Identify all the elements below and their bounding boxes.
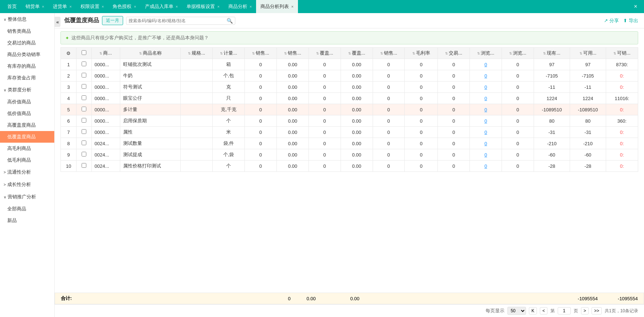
- sidebar-section-cluster[interactable]: ∨ 类群度分析: [0, 84, 54, 96]
- col-sales-qty[interactable]: ⇅销售...: [245, 48, 277, 59]
- row-browse1[interactable]: 0: [470, 115, 502, 127]
- row-browse1[interactable]: 0: [470, 59, 502, 70]
- nav-close-purchase[interactable]: ×: [68, 4, 71, 9]
- sidebar-item-category-rate[interactable]: 商品分类动销率: [0, 49, 54, 60]
- row-checkbox[interactable]: [76, 115, 91, 127]
- row-checkbox[interactable]: [76, 161, 91, 172]
- sidebar-item-high-coverage[interactable]: 高覆盖度商品: [0, 119, 54, 131]
- col-sales3[interactable]: ⇅销售...: [373, 48, 405, 59]
- nav-item-product[interactable]: 产成品入库单 ×: [141, 0, 182, 13]
- table-container[interactable]: ⚙ ⇅商... ⇅商品名称 ⇅规格... ⇅计量... ⇅销售... ⇅销售..…: [60, 47, 638, 293]
- search-input[interactable]: [129, 18, 227, 23]
- row-select-checkbox[interactable]: [82, 95, 86, 100]
- row-select-checkbox[interactable]: [82, 107, 86, 111]
- sidebar-item-low-coverage[interactable]: 低覆盖度商品: [0, 131, 54, 143]
- nav-item-permission[interactable]: 权限设置 ×: [76, 0, 108, 13]
- sidebar-item-low-margin[interactable]: 低毛利商品: [0, 154, 54, 166]
- row-checkbox[interactable]: [76, 82, 91, 93]
- row-checkbox[interactable]: [76, 127, 91, 138]
- row-checkbox[interactable]: [76, 149, 91, 161]
- nav-close-permission[interactable]: ×: [101, 4, 104, 9]
- row-stock-available: -1089510: [570, 104, 606, 115]
- sidebar-item-low-value[interactable]: 低价值商品: [0, 108, 54, 119]
- row-browse1[interactable]: 0: [470, 93, 502, 104]
- row-select-checkbox[interactable]: [82, 62, 86, 66]
- last-page-button[interactable]: >>: [592, 307, 602, 314]
- select-all-checkbox[interactable]: [82, 50, 86, 55]
- export-button[interactable]: ⬆ 导出: [623, 17, 638, 24]
- row-select-checkbox[interactable]: [82, 152, 86, 156]
- col-browse1[interactable]: ⇅浏览...: [470, 48, 502, 59]
- col-spec[interactable]: ⇅规格...: [181, 48, 213, 59]
- row-browse1[interactable]: 0: [470, 127, 502, 138]
- sidebar-item-new-goods[interactable]: 新品: [0, 215, 54, 226]
- col-sales-amt[interactable]: ⇅销售...: [276, 48, 309, 59]
- sidebar-collapse-btn[interactable]: «: [55, 17, 60, 27]
- nav-item-goods-analysis[interactable]: 商品分析 ×: [224, 0, 256, 13]
- nav-item-home[interactable]: 首页: [3, 0, 21, 13]
- col-code[interactable]: ⇅商...: [91, 48, 120, 59]
- col-stock-sell[interactable]: ⇅可销...: [606, 48, 638, 59]
- col-transaction[interactable]: ⇅交易...: [438, 48, 470, 59]
- row-browse1[interactable]: 0: [470, 82, 502, 93]
- row-select-checkbox[interactable]: [82, 140, 86, 145]
- nav-close-goods-analysis[interactable]: ×: [248, 4, 252, 9]
- current-page-input[interactable]: [558, 307, 571, 314]
- col-setting[interactable]: ⚙: [61, 48, 76, 59]
- main-layout: ∨ 整体信息 销售类商品 交易过的商品 商品分类动销率 有库存的商品 库存资金占…: [0, 13, 644, 317]
- row-select-checkbox[interactable]: [82, 84, 86, 89]
- row-browse1[interactable]: 0: [470, 104, 502, 115]
- row-checkbox[interactable]: [76, 93, 91, 104]
- next-page-button[interactable]: >: [581, 307, 589, 314]
- sidebar-item-high-margin[interactable]: 高毛利商品: [0, 143, 54, 154]
- prev-page-button[interactable]: <: [540, 307, 547, 314]
- sidebar-item-sales-goods[interactable]: 销售类商品: [0, 25, 54, 37]
- row-coverage1: 0: [309, 115, 341, 127]
- nav-close-template[interactable]: ×: [216, 4, 219, 9]
- nav-close-role[interactable]: ×: [133, 4, 136, 9]
- window-close-button[interactable]: ×: [630, 1, 641, 12]
- sidebar-section-overall[interactable]: ∨ 整体信息: [0, 13, 54, 25]
- nav-item-role[interactable]: 角色授权 ×: [108, 0, 140, 13]
- sidebar-section-marketing[interactable]: ∨ 营销推广分析: [0, 191, 54, 203]
- col-stock-available[interactable]: ⇅可用...: [570, 48, 606, 59]
- row-browse1[interactable]: 0: [470, 161, 502, 172]
- row-checkbox[interactable]: [76, 104, 91, 115]
- col-coverage1[interactable]: ⇅覆盖...: [309, 48, 341, 59]
- row-browse1[interactable]: 0: [470, 70, 502, 82]
- col-stock-current[interactable]: ⇅现有...: [534, 48, 570, 59]
- nav-item-sales[interactable]: 销货单 ×: [21, 0, 48, 13]
- share-button[interactable]: ↗ 分享: [604, 17, 619, 24]
- sidebar-item-high-value[interactable]: 高价值商品: [0, 96, 54, 108]
- col-checkbox[interactable]: [76, 48, 91, 59]
- col-coverage2[interactable]: ⇅覆盖...: [341, 48, 373, 59]
- nav-close-goods-list[interactable]: ×: [290, 4, 293, 9]
- time-filter-button[interactable]: 近一月: [102, 16, 123, 25]
- row-checkbox[interactable]: [76, 138, 91, 149]
- page-size-select[interactable]: 50 100 200: [507, 307, 526, 315]
- row-checkbox[interactable]: [76, 59, 91, 70]
- row-select-checkbox[interactable]: [82, 73, 86, 78]
- nav-close-product[interactable]: ×: [174, 4, 178, 9]
- col-browse2[interactable]: ⇅浏览...: [502, 48, 534, 59]
- row-browse1[interactable]: 0: [470, 149, 502, 161]
- sidebar-item-stock-goods[interactable]: 有库存的商品: [0, 60, 54, 72]
- sidebar-section-flow[interactable]: > 流通性分析: [0, 166, 54, 178]
- sidebar-item-traded-goods[interactable]: 交易过的商品: [0, 37, 54, 49]
- row-select-checkbox[interactable]: [82, 163, 86, 168]
- sidebar-item-stock-capital[interactable]: 库存资金占用: [0, 72, 54, 84]
- col-unit[interactable]: ⇅计量...: [213, 48, 245, 59]
- row-select-checkbox[interactable]: [82, 129, 86, 134]
- nav-item-goods-list[interactable]: 商品分析列表 ×: [256, 0, 298, 13]
- nav-item-purchase[interactable]: 进货单 ×: [48, 0, 76, 13]
- row-select-checkbox[interactable]: [82, 118, 86, 123]
- row-checkbox[interactable]: [76, 70, 91, 82]
- sidebar-section-growth[interactable]: > 成长性分析: [0, 178, 54, 191]
- nav-item-template[interactable]: 单据模板设置 ×: [182, 0, 224, 13]
- nav-close-sales[interactable]: ×: [41, 4, 44, 9]
- col-margin[interactable]: ⇅毛利率: [405, 48, 438, 59]
- row-browse1[interactable]: 0: [470, 138, 502, 149]
- sidebar-item-all-goods[interactable]: 全部商品: [0, 203, 54, 215]
- first-page-button[interactable]: K: [529, 307, 537, 314]
- col-name[interactable]: ⇅商品名称: [120, 48, 181, 59]
